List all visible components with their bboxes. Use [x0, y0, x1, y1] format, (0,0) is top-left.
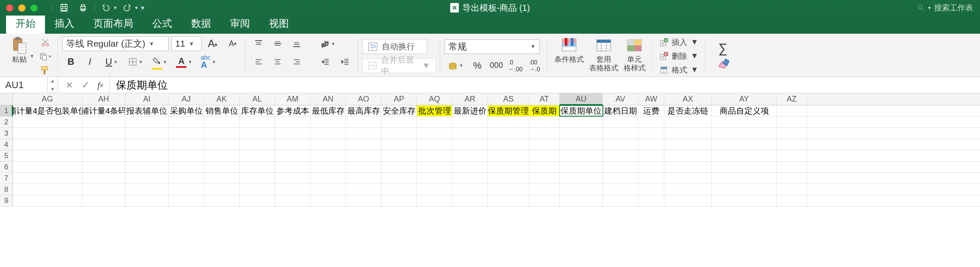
cell-AN5[interactable] [311, 150, 346, 161]
autosum-button[interactable]: ∑ [713, 41, 733, 56]
font-color-button[interactable]: A▼ [173, 54, 195, 69]
cell-AH2[interactable] [82, 117, 125, 127]
underline-button[interactable]: U▼ [100, 54, 123, 69]
cell-AT2[interactable] [529, 117, 560, 127]
cell-AW8[interactable] [638, 184, 664, 195]
cell-AQ6[interactable] [417, 162, 452, 172]
align-right-button[interactable] [288, 54, 305, 69]
redo-dropdown[interactable]: ▼ [134, 5, 139, 10]
cell-AT9[interactable] [529, 195, 560, 206]
cell-AS9[interactable] [488, 195, 529, 206]
column-header-AQ[interactable]: AQ [417, 93, 452, 105]
column-header-AO[interactable]: AO [346, 93, 381, 105]
cell-AK6[interactable] [204, 162, 240, 172]
cell-AH8[interactable] [82, 184, 125, 195]
fx-label[interactable]: fx [97, 77, 110, 93]
cell-AK8[interactable] [204, 184, 240, 195]
cell-AP2[interactable] [381, 117, 417, 127]
column-header-AP[interactable]: AP [381, 93, 417, 105]
cell-AW9[interactable] [638, 195, 664, 206]
cell-AX9[interactable] [664, 195, 712, 206]
cell-AT5[interactable] [529, 150, 560, 161]
cell-AU9[interactable] [560, 195, 603, 206]
cell-AG9[interactable] [13, 195, 82, 206]
cell-AH5[interactable] [82, 150, 125, 161]
tab-数据[interactable]: 数据 [182, 14, 221, 34]
row-header-4[interactable]: 4 [0, 139, 13, 150]
cancel-formula-button[interactable]: ✕ [66, 80, 73, 90]
cell-AM6[interactable] [275, 162, 311, 172]
cell-AV7[interactable] [603, 173, 638, 184]
cell-AS1[interactable]: 保质期管理 [488, 105, 529, 116]
cell-AS7[interactable] [488, 173, 529, 184]
cell-AN6[interactable] [311, 162, 346, 172]
paste-dropdown[interactable]: ▼ [29, 53, 35, 59]
insert-cells-button[interactable]: 插入▼ [657, 36, 701, 48]
italic-button[interactable]: I [81, 54, 99, 69]
cell-AN2[interactable] [311, 117, 346, 127]
cell-AY6[interactable] [712, 162, 777, 172]
cell-AR7[interactable] [452, 173, 488, 184]
cell-AG1[interactable]: 辅计量4是否包装单位 [13, 105, 82, 116]
cell-AI4[interactable] [125, 139, 169, 150]
save-button[interactable] [54, 1, 74, 15]
conditional-formatting-button[interactable]: 条件格式 [552, 36, 586, 64]
cell-AY5[interactable] [712, 150, 777, 161]
cell-AM2[interactable] [275, 117, 311, 127]
increase-decimal-button[interactable]: .0←.00 [507, 58, 524, 73]
orientation-button[interactable]: ab▼ [317, 36, 339, 51]
enter-formula-button[interactable]: ✓ [82, 79, 90, 91]
cell-AW1[interactable]: 运费 [638, 105, 664, 116]
cell-AW3[interactable] [638, 128, 664, 139]
tab-页面布局[interactable]: 页面布局 [84, 14, 143, 34]
cell-AY7[interactable] [712, 173, 777, 184]
cell-AI1[interactable]: 报表辅单位 [125, 105, 169, 116]
row-header-6[interactable]: 6 [0, 162, 13, 172]
cell-AZ9[interactable] [777, 195, 807, 206]
cell-AZ5[interactable] [777, 150, 807, 161]
column-header-AV[interactable]: AV [603, 93, 638, 105]
cell-AH7[interactable] [82, 173, 125, 184]
cell-AU4[interactable] [560, 139, 603, 150]
phonetic-button[interactable]: abcA▼ [197, 54, 220, 69]
increase-indent-button[interactable] [336, 54, 354, 69]
cell-AO5[interactable] [346, 150, 381, 161]
cell-AP8[interactable] [381, 184, 417, 195]
cell-AX3[interactable] [664, 128, 712, 139]
cell-AK1[interactable]: 销售单位 [204, 105, 240, 116]
cell-AQ8[interactable] [417, 184, 452, 195]
close-window-button[interactable] [6, 4, 13, 12]
cell-AO3[interactable] [346, 128, 381, 139]
cell-AS6[interactable] [488, 162, 529, 172]
cell-AZ1[interactable] [777, 105, 807, 116]
cell-AT3[interactable] [529, 128, 560, 139]
tab-开始[interactable]: 开始 [6, 14, 45, 34]
cell-AT4[interactable] [529, 139, 560, 150]
cell-AP3[interactable] [381, 128, 417, 139]
cell-AO6[interactable] [346, 162, 381, 172]
decrease-indent-button[interactable] [317, 54, 334, 69]
cell-AV5[interactable] [603, 150, 638, 161]
cell-AQ7[interactable] [417, 173, 452, 184]
cell-AR8[interactable] [452, 184, 488, 195]
cell-styles-button[interactable]: 单元 格样式 [621, 36, 648, 72]
cell-AR5[interactable] [452, 150, 488, 161]
column-header-AW[interactable]: AW [638, 93, 664, 105]
cell-AU5[interactable] [560, 150, 603, 161]
column-header-AM[interactable]: AM [275, 93, 311, 105]
cell-AL9[interactable] [240, 195, 275, 206]
row-header-8[interactable]: 8 [0, 184, 13, 195]
cell-AU1[interactable]: 保质期单位 [560, 105, 603, 116]
cell-AO4[interactable] [346, 139, 381, 150]
column-header-AU[interactable]: AU [560, 93, 603, 105]
cell-AJ2[interactable] [169, 117, 204, 127]
cell-AP9[interactable] [381, 195, 417, 206]
row-header-5[interactable]: 5 [0, 150, 13, 161]
cell-AK7[interactable] [204, 173, 240, 184]
merge-center-button[interactable]: 合并后居中 ▼ [362, 58, 436, 73]
cell-AJ1[interactable]: 采购单位 [169, 105, 204, 116]
cell-AH1[interactable]: 辅计量4条码 [82, 105, 125, 116]
fill-color-button[interactable]: ▼ [149, 54, 171, 69]
column-header-AI[interactable]: AI [125, 93, 169, 105]
cell-AM8[interactable] [275, 184, 311, 195]
